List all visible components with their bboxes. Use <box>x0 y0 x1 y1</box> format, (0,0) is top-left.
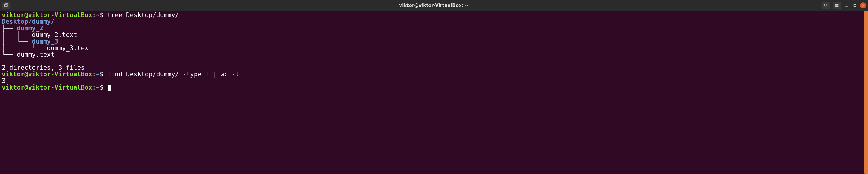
prompt-path: ~ <box>96 70 100 78</box>
tree-summary: 2 directories, 3 files <box>2 64 85 71</box>
terminal-body[interactable]: viktor@viktor-VirtualBox:~$ tree Desktop… <box>0 11 868 174</box>
minimize-icon <box>844 3 848 7</box>
terminal-window: viktor@viktor-VirtualBox: ~ <box>0 0 868 174</box>
prompt-path: ~ <box>96 84 100 91</box>
prompt-colon: : <box>92 84 96 91</box>
command-1: tree Desktop/dummy/ <box>104 11 179 19</box>
tree-branch: └── <box>2 51 17 58</box>
tree-file: dummy_2.text <box>32 31 77 38</box>
maximize-icon <box>853 4 857 7</box>
prompt-colon: : <box>92 70 96 78</box>
close-icon <box>862 4 865 7</box>
cursor <box>108 85 111 91</box>
output-2: 3 <box>2 77 6 84</box>
titlebar-left <box>2 1 10 9</box>
svg-rect-0 <box>4 4 7 7</box>
new-tab-button[interactable] <box>2 1 10 9</box>
tree-dir: dummy_3 <box>32 38 58 45</box>
tree-root: Desktop/dummy/ <box>2 18 55 25</box>
prompt-path: ~ <box>96 11 100 19</box>
new-tab-icon <box>4 3 8 8</box>
tree-file: dummy_3.text <box>47 45 93 52</box>
command-2: find Desktop/dummy/ -type f | wc -l <box>104 70 240 78</box>
hamburger-icon <box>834 3 839 8</box>
command-3 <box>104 84 107 91</box>
minimize-button[interactable] <box>843 2 849 8</box>
svg-rect-1 <box>5 4 8 6</box>
tree-branch: │ └── <box>2 38 32 45</box>
prompt-dollar: $ <box>100 84 104 91</box>
search-icon <box>824 3 828 8</box>
search-button[interactable] <box>822 1 830 9</box>
svg-line-3 <box>827 6 828 7</box>
tree-branch: │ └── <box>2 45 47 52</box>
scrollbar-thumb[interactable] <box>864 11 868 174</box>
close-button[interactable] <box>860 2 866 8</box>
prompt-dollar: $ <box>100 11 104 19</box>
prompt-user: viktor@viktor-VirtualBox <box>2 84 92 91</box>
tree-branch: ├── <box>2 25 17 32</box>
tree-dir: dummy_2 <box>17 25 43 32</box>
prompt-dollar: $ <box>100 70 104 78</box>
titlebar: viktor@viktor-VirtualBox: ~ <box>0 0 868 11</box>
tree-branch: │ ├── <box>2 31 32 38</box>
titlebar-right <box>822 1 866 9</box>
hamburger-menu-button[interactable] <box>833 1 841 9</box>
maximize-button[interactable] <box>852 2 858 8</box>
tree-file: dummy.text <box>17 51 54 58</box>
prompt-colon: : <box>92 11 96 19</box>
prompt-user: viktor@viktor-VirtualBox <box>2 70 92 78</box>
svg-point-2 <box>825 4 827 6</box>
scrollbar-track[interactable] <box>864 11 868 174</box>
prompt-user: viktor@viktor-VirtualBox <box>2 11 92 19</box>
svg-rect-8 <box>854 4 856 6</box>
window-title: viktor@viktor-VirtualBox: ~ <box>399 3 469 8</box>
